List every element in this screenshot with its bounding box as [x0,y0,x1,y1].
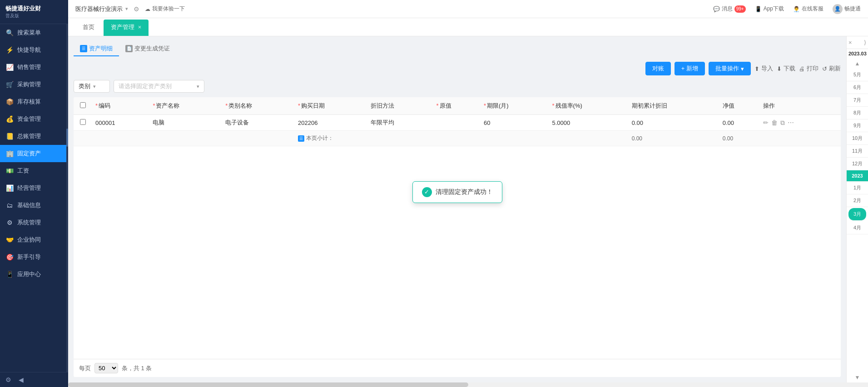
th-checkbox [74,97,92,115]
notification-item[interactable]: 💬 消息 99+ [713,5,746,13]
subtotal-net: 0.00 [719,131,759,146]
right-panel-expand-icon[interactable]: ⟩ [864,39,866,46]
timeline-month-10月[interactable]: 10月 [847,132,868,145]
h-scrollbar[interactable] [68,382,868,387]
tabs-bar: 首页 资产管理 × [68,18,868,36]
delete-icon-0[interactable]: 🗑 [771,119,778,126]
company-selector[interactable]: 医疗器械行业演示 ▾ [75,5,128,13]
tab-asset-management[interactable]: 资产管理 × [104,20,149,36]
sidebar-item-general-ledger[interactable]: 📒总账管理 [0,128,66,145]
reconcile-button[interactable]: 对账 [645,62,671,75]
timeline-month-9月[interactable]: 9月 [847,119,868,132]
sidebar-label-basic-info: 基础信息 [17,201,41,209]
sidebar-item-basic-info[interactable]: 🗂基础信息 [0,197,66,214]
row-period-0: 60 [480,115,549,131]
notification-badge: 99+ [734,5,746,13]
timeline-month-8月[interactable]: 8月 [847,107,868,119]
timeline-month-6月[interactable]: 6月 [847,81,868,94]
th-purchase-date: *购买日期 [294,97,367,115]
sidebar-item-payroll[interactable]: 💵工资 [0,162,66,179]
table-scroll[interactable]: *编码 *资产名称 *类别名称 *购买日期 折旧方法 *原值 *期限(月) *残… [74,97,841,359]
main-area: 医疗器械行业演示 ▾ ⚙ ☁ 我要体验一下 💬 消息 99+ 📱 App下载 👨… [68,0,868,387]
sidebar-item-guide[interactable]: 🎯新手引导 [0,248,66,266]
tab-close-icon[interactable]: × [138,24,142,30]
sidebar-item-finance[interactable]: 💰资金管理 [0,110,66,128]
experience-button[interactable]: ☁ 我要体验一下 [145,5,185,13]
asset-table: *编码 *资产名称 *类别名称 *购买日期 折旧方法 *原值 *期限(月) *残… [74,97,841,146]
topbar-settings-icon[interactable]: ⚙ [134,5,139,13]
toast-message: 清理固定资产成功！ [436,188,493,196]
online-service-label: 在线客服 [802,5,823,13]
online-service-item[interactable]: 👨‍💼 在线客服 [793,5,823,13]
tab-home[interactable]: 首页 [75,20,102,36]
sub-tab-voucher-gen-label: 变更生成凭证 [134,45,170,53]
timeline-down-button[interactable]: ▼ [847,372,868,382]
per-page-select[interactable]: 102050100 [94,363,118,373]
timeline-month-7月[interactable]: 7月 [847,94,868,107]
right-panel-close-icon[interactable]: × [848,39,852,46]
sidebar-label-app-center: 应用中心 [17,270,41,278]
table-header-row: *编码 *资产名称 *类别名称 *购买日期 折旧方法 *原值 *期限(月) *残… [74,97,841,115]
import-button[interactable]: ⬆ 导入 [754,64,773,73]
batch-ops-chevron: ▾ [741,65,744,72]
copy-icon-0[interactable]: ⧉ [780,119,785,127]
subtotal-accumulated: 0.00 [628,131,719,146]
sidebar-scrollbar[interactable] [66,24,68,372]
print-button[interactable]: 🖨 打印 [799,64,818,73]
sidebar-item-enterprise[interactable]: 🤝企业协同 [0,231,66,248]
select-all-checkbox[interactable] [80,102,86,108]
app-title: 畅捷通好业财 [5,5,63,13]
sidebar-item-sales[interactable]: 📈销售管理 [0,59,66,76]
row-accum-depr-0: 0.00 [628,115,719,131]
right-panel: × ⟩ 2023.03 ▲ 5月6月7月8月9月10月11月12月20231月2… [846,36,868,382]
asset-list-tab-icon: ☰ [80,45,87,52]
sidebar-item-operations[interactable]: 📊经营管理 [0,179,66,197]
th-actions: 操作 [759,97,841,115]
settings-icon[interactable]: ⚙ [5,376,11,383]
category-filter-chevron-icon: ▾ [93,84,96,89]
sidebar-item-inventory[interactable]: 📦库存核算 [0,93,66,110]
timeline-month-12月[interactable]: 12月 [847,158,868,170]
more-icon-0[interactable]: ⋯ [788,119,794,126]
timeline-up-button[interactable]: ▲ [847,58,868,69]
category-filter[interactable]: 类别 ▾ [74,80,110,93]
batch-ops-button[interactable]: 批量操作 ▾ [709,62,751,75]
timeline-month-11月[interactable]: 11月 [847,145,868,158]
sidebar-item-fixed-assets[interactable]: 🏢固定资产 [0,145,66,162]
sidebar-item-app-center[interactable]: 📱应用中心 [0,266,66,283]
down-icon: ▼ [855,374,860,381]
row-category-0: 电子设备 [222,115,294,131]
row-code-0: 000001 [92,115,149,131]
timeline-month-5月[interactable]: 5月 [847,69,868,81]
download-button[interactable]: ⬇ 下载 [777,64,795,73]
sub-tab-asset-list[interactable]: ☰ 资产明细 [74,42,119,56]
new-button[interactable]: + 新增 [675,62,705,75]
timeline-month-4月[interactable]: 4月 [847,222,868,234]
notification-icon: 💬 [713,6,720,12]
timeline-month-2月[interactable]: 2月 [847,194,868,207]
refresh-button[interactable]: ↺ 刷新 [822,64,841,73]
category-value-filter[interactable]: 请选择固定资产类别 ▾ [114,80,204,93]
row-checkbox-0[interactable] [74,115,92,131]
service-icon: 👨‍💼 [793,6,800,12]
timeline-month-1月[interactable]: 1月 [847,182,868,194]
timeline-year-marker[interactable]: 2023 [847,170,868,182]
sidebar-label-search: 搜索菜单 [17,29,41,37]
sidebar-item-purchase[interactable]: 🛒采购管理 [0,76,66,93]
th-period: *期限(月) [480,97,549,115]
per-page-label: 每页 [79,364,91,372]
sidebar-item-system[interactable]: ⚙系统管理 [0,214,66,231]
timeline-month-3月[interactable]: 3月 [848,208,866,221]
edit-icon-0[interactable]: ✏ [763,119,769,126]
row-purchase-date-0: 202206 [294,115,367,131]
sidebar-item-search[interactable]: 🔍搜索菜单 [0,24,66,41]
sidebar-label-inventory: 库存核算 [17,98,41,106]
app-download-item[interactable]: 📱 App下载 [755,5,784,13]
sidebar-item-quick-nav[interactable]: ⚡快捷导航 [0,41,66,59]
right-panel-year: 2023.03 [847,49,868,58]
sub-tab-voucher-gen[interactable]: 📄 变更生成凭证 [119,42,176,56]
user-profile[interactable]: 👤 畅捷通 [833,4,861,14]
collapse-icon[interactable]: ◀ [19,376,24,383]
inventory-icon: 📦 [5,98,14,105]
download-icon: ⬇ [777,65,782,72]
